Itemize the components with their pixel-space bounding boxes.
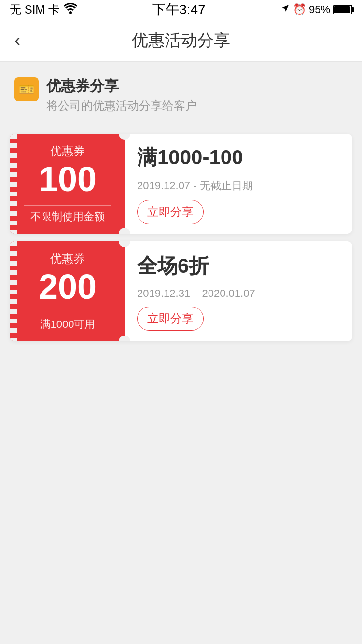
section-subtitle: 将公司的优惠活动分享给客户 <box>46 98 197 113</box>
section-icon: 🎫 <box>14 77 39 101</box>
section-header: 🎫 优惠券分享 将公司的优惠活动分享给客户 <box>0 62 362 121</box>
status-time: 下午3:47 <box>152 0 206 19</box>
coupon-condition-1: 不限制使用金额 <box>30 210 105 224</box>
coupon-left-2: 优惠券 200 满1000可用 <box>10 241 125 341</box>
coupon-date-1: 2019.12.07 - 无截止日期 <box>137 179 343 193</box>
status-left: 无 SIM 卡 <box>10 2 77 17</box>
status-bar: 无 SIM 卡 下午3:47 ⏰ 95% <box>0 0 362 19</box>
coupon-list: 优惠券 100 不限制使用金额 满1000-100 2019.12.07 - 无… <box>0 121 362 359</box>
coupon-amount-2: 200 <box>39 269 97 304</box>
share-button-1[interactable]: 立即分享 <box>137 200 204 224</box>
empty-area <box>0 359 362 644</box>
status-right: ⏰ 95% <box>280 3 352 16</box>
battery-percent: 95% <box>309 3 330 16</box>
coupon-title-2: 全场6折 <box>137 252 343 280</box>
page-title: 优惠活动分享 <box>132 29 230 52</box>
coupon-right-2: 全场6折 2019.12.31 – 2020.01.07 立即分享 <box>125 241 352 341</box>
coupon-type-1: 优惠券 <box>50 143 85 159</box>
coupon-card-1: 优惠券 100 不限制使用金额 满1000-100 2019.12.07 - 无… <box>10 134 352 234</box>
coupon-title-1: 满1000-100 <box>137 144 343 171</box>
coupon-divider-line-2 <box>24 313 111 313</box>
coupon-amount-1: 100 <box>39 162 97 196</box>
coupon-card-2: 优惠券 200 满1000可用 全场6折 2019.12.31 – 2020.0… <box>10 241 352 341</box>
location-icon <box>280 3 290 16</box>
coupon-date-2: 2019.12.31 – 2020.01.07 <box>137 287 343 300</box>
coupon-divider-line-1 <box>24 205 111 206</box>
coupon-left-1: 优惠券 100 不限制使用金额 <box>10 134 125 234</box>
wifi-icon <box>64 3 77 16</box>
nav-bar: ‹ 优惠活动分享 <box>0 19 362 62</box>
carrier-text: 无 SIM 卡 <box>10 2 60 17</box>
battery-icon <box>333 5 352 14</box>
section-text: 优惠券分享 将公司的优惠活动分享给客户 <box>46 76 197 113</box>
coupon-right-1: 满1000-100 2019.12.07 - 无截止日期 立即分享 <box>125 134 352 234</box>
coupon-type-2: 优惠券 <box>50 251 85 266</box>
back-button[interactable]: ‹ <box>14 30 20 51</box>
alarm-icon: ⏰ <box>293 3 306 16</box>
section-title: 优惠券分享 <box>46 76 197 96</box>
coupon-condition-2: 满1000可用 <box>40 317 96 332</box>
share-button-2[interactable]: 立即分享 <box>137 307 204 331</box>
